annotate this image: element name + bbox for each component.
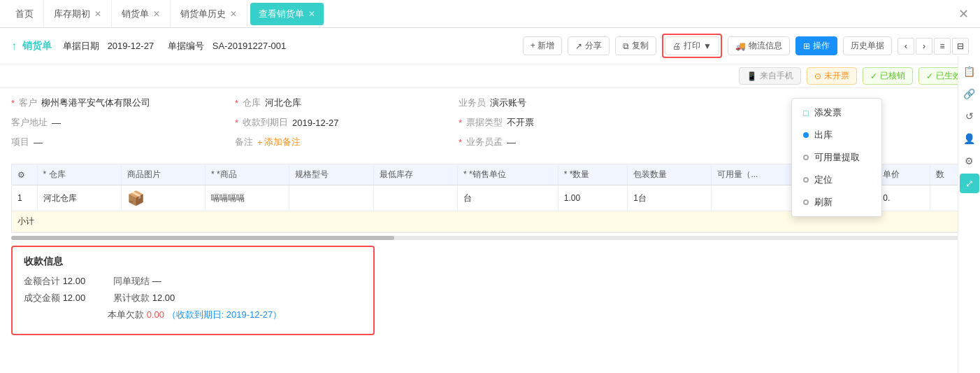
staff-value: 演示账号 (490, 97, 526, 109)
salesman-required: * (459, 137, 462, 148)
arrears-field: 本单欠款 0.00 （收款到期日: 2019-12-27） (108, 309, 282, 321)
payment-row-3: 本单欠款 0.00 （收款到期日: 2019-12-27） (24, 309, 362, 321)
not-open-btn[interactable]: ⊙ 未开票 (807, 67, 857, 85)
dropdown-outbound-label: 出库 (814, 129, 833, 141)
operations-area: ⊞ 操作 (795, 36, 837, 55)
doc-header: ↑ 销货单 单据日期 2019-12-27 单据编号 SA-20191227-0… (0, 28, 980, 64)
tab-inventory-close[interactable]: ✕ (94, 9, 101, 19)
payment-title: 收款信息 (24, 255, 362, 268)
sidebar-expand-icon[interactable]: ⤢ (960, 174, 979, 193)
print-button[interactable]: 🖨 打印 ▼ (665, 36, 719, 55)
project-field: 项目 — (11, 136, 207, 148)
doc-type-label: 销货单 (22, 40, 52, 52)
ticket-type-required: * (459, 118, 462, 128)
staff-field: 业务员 演示账号 (459, 97, 654, 109)
grid-icon: ⊞ (803, 41, 810, 51)
dropdown-available-qty-label: 可用量提取 (814, 151, 860, 164)
tab-sales-close[interactable]: ✕ (153, 9, 160, 19)
nav-arrows: ‹ › ≡ ⊟ (898, 38, 969, 55)
dropdown-outbound[interactable]: 出库 (792, 124, 881, 146)
tab-view-sales[interactable]: 查看销货单 ✕ (250, 3, 324, 25)
plus-icon: + (257, 137, 263, 148)
operations-button[interactable]: ⊞ 操作 (795, 36, 837, 55)
mobile-icon: 📱 (747, 71, 757, 81)
invoice-icon: □ (803, 108, 809, 118)
main-content: ↑ 销货单 单据日期 2019-12-27 单据编号 SA-20191227-0… (0, 28, 980, 373)
scroll-thumb (11, 236, 394, 240)
col-settings: ⚙ (12, 164, 37, 185)
dropdown-refresh-label: 刷新 (814, 196, 833, 209)
row-index: 1 (12, 185, 37, 211)
ticket-icon: ⊙ (814, 71, 821, 81)
tab-sales-history-close[interactable]: ✕ (230, 9, 237, 19)
row-spec (289, 185, 373, 211)
next-arrow[interactable]: › (916, 38, 932, 55)
amount-field: 金额合计 12.00 (24, 275, 85, 288)
sidebar-link-icon[interactable]: 🔗 (960, 84, 979, 104)
dropdown-locate-label: 定位 (814, 174, 833, 186)
row-min-stock (373, 185, 457, 211)
grid-view-btn[interactable]: ⊟ (952, 38, 969, 55)
dropdown-refresh[interactable]: 刷新 (792, 191, 881, 213)
share-icon: ↗ (575, 41, 582, 51)
customer-label: 客户 (19, 97, 37, 109)
new-button[interactable]: + 新增 (523, 36, 562, 55)
print-dropdown-icon: ▼ (703, 41, 712, 51)
add-note-button[interactable]: + 添加备注 (257, 136, 301, 148)
tab-home-label: 首页 (15, 8, 34, 20)
due-date-field: * 收款到期日 2019-12-27 (235, 116, 431, 129)
horizontal-scrollbar[interactable] (11, 236, 969, 240)
dropdown-add-invoice[interactable]: □ 添发票 (792, 101, 881, 124)
check2-icon: ✓ (926, 71, 933, 81)
tab-inventory-label: 库存期初 (54, 8, 90, 20)
tab-sales[interactable]: 销货单 ✕ (112, 0, 171, 27)
logistics-button[interactable]: 🚚 物流信息 (728, 36, 790, 55)
tab-sales-history-label: 销货单历史 (180, 8, 226, 20)
project-value: — (34, 137, 43, 148)
prev-arrow[interactable]: ‹ (898, 38, 914, 55)
customer-required: * (11, 98, 15, 108)
from-mobile-btn[interactable]: 📱 来自手机 (739, 67, 801, 85)
salesman-field: * 业务员孟 — (459, 136, 654, 148)
check-icon: ✓ (870, 71, 877, 81)
same-bill-value: — (152, 276, 161, 286)
col-image: 商品图片 (121, 164, 205, 185)
tab-view-sales-close[interactable]: ✕ (308, 9, 315, 19)
col-unit: * *销售单位 (457, 164, 558, 185)
arrears-value: 0.00 (147, 309, 164, 320)
col-spec: 规格型号 (289, 164, 373, 185)
dropdown-add-invoice-label: 添发票 (814, 106, 842, 119)
copy-button[interactable]: ⧉ 复制 (615, 36, 656, 55)
row-unit: 台 (457, 185, 558, 211)
ticket-type-label: 票据类型 (466, 116, 503, 129)
doc-actions: + 新增 ↗ 分享 ⧉ 复制 🖨 打印 ▼ (523, 34, 969, 58)
warehouse-field: * 仓库 河北仓库 (235, 97, 431, 109)
list-view-btn[interactable]: ≡ (934, 38, 951, 55)
warehouse-value: 河北仓库 (265, 97, 301, 109)
window-close-button[interactable]: ✕ (953, 6, 974, 22)
customer-value: 柳州粤港平安气体有限公司 (41, 97, 150, 109)
row-image: 📦 (121, 185, 205, 211)
history-button[interactable]: 历史单据 (843, 36, 892, 55)
sidebar-clipboard-icon[interactable]: 📋 (960, 62, 979, 81)
refresh-dot-icon (803, 199, 809, 205)
due-date-required: * (235, 118, 238, 128)
tab-sales-history[interactable]: 销货单历史 ✕ (171, 0, 247, 27)
verified-btn[interactable]: ✓ 已核销 (863, 67, 913, 85)
sidebar-user-icon[interactable]: 👤 (960, 129, 979, 148)
print-area: 🖨 打印 ▼ (662, 34, 722, 58)
sidebar-gear-icon[interactable]: ⚙ (960, 151, 979, 171)
deal-amount-field: 成交金额 12.00 (24, 292, 85, 304)
cumulative-value: 12.00 (152, 293, 175, 303)
dropdown-locate[interactable]: 定位 (792, 169, 881, 191)
warehouse-required: * (235, 98, 238, 108)
payment-row-1: 金额合计 12.00 同单现结 — (24, 275, 362, 288)
tab-inventory[interactable]: 库存期初 ✕ (44, 0, 112, 27)
share-button[interactable]: ↗ 分享 (568, 36, 610, 55)
col-pkg-qty: 包装数量 (628, 164, 712, 185)
dropdown-available-qty[interactable]: 可用量提取 (792, 146, 881, 169)
warehouse-label: 仓库 (243, 97, 261, 109)
sidebar-refresh-icon[interactable]: ↺ (960, 106, 979, 126)
tab-home[interactable]: 首页 (6, 0, 44, 27)
ticket-type-value: 不开票 (507, 116, 534, 129)
